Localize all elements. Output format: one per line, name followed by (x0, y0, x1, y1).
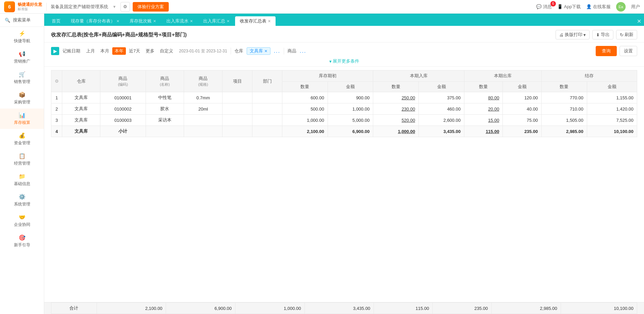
purchase-label: 采购管理 (14, 99, 30, 105)
user-avatar[interactable]: Ea (616, 2, 626, 12)
col-settings-header[interactable]: ⚙ (51, 70, 62, 92)
row1-warehouse: 文具库 (62, 92, 100, 103)
sidebar-item-finance[interactable]: 💰 资金管理 (0, 129, 44, 149)
row3-goods-name: 采访本 (146, 115, 184, 126)
marketing-label: 营销推广 (14, 59, 30, 64)
tab-in-out-summary[interactable]: 出入库汇总 ✕ (198, 16, 234, 26)
settings-gear-btn[interactable]: ⚙ (120, 2, 130, 12)
page-title: 收发存汇总表(按仓库+商品编码+商品+规格型号+项目+部门) (51, 32, 187, 38)
warehouse-tag-remove[interactable]: ✕ (264, 49, 267, 53)
basic-info-label: 基础信息 (14, 181, 30, 187)
subtotal-empty3 (222, 126, 252, 137)
subtotal-balance-amt: 10,100.00 (587, 126, 637, 137)
subtotal-empty4 (252, 126, 282, 137)
tab-recv-send-summary[interactable]: 收发存汇总表 ✕ (235, 16, 276, 26)
quick-nav-icon: ⚡ (19, 30, 26, 37)
row3-balance-amt: 7,525.00 (587, 115, 637, 126)
tab-batch-label: 库存批次账 (130, 18, 152, 24)
tab-bar: 首页 现存量（库存分布表） ✕ 库存批次账 ✕ 出入库流水 ✕ 出入库汇总 ✕ … (44, 14, 644, 26)
goods-more-dots[interactable]: ... (300, 48, 306, 54)
row1-balance-qty: 770.00 (541, 92, 587, 103)
top-bar: 6 畅捷通好生意 标准版 装备及固定资产辅助管理系统 ▾ ⚙ 体验行业方案 💬 … (0, 0, 644, 14)
query-btn[interactable]: 查询 (596, 46, 617, 56)
online-service-btn[interactable]: 👤 在线客服 (586, 4, 611, 10)
tab-close-all[interactable]: ✕ (637, 18, 641, 26)
expand-more-btn[interactable]: ▾ 展开更多条件 (329, 58, 359, 64)
filter-section: ▶ 记账日期 上月 本月 本年 近7天 更多 自定义 2023-01-01 至 … (44, 43, 644, 67)
sidebar-item-sales[interactable]: 🛒 销售管理 (0, 68, 44, 88)
sidebar-item-marketing[interactable]: 📢 营销推广 (0, 47, 44, 68)
tab-home[interactable]: 首页 (47, 16, 65, 26)
sidebar-item-purchase[interactable]: 📦 采购管理 (0, 88, 44, 109)
date-btn-more[interactable]: 更多 (143, 47, 157, 55)
row2-out-qty[interactable]: 20.00 (464, 103, 503, 115)
row1-out-qty[interactable]: 80.00 (464, 92, 503, 103)
date-filter-group: 上月 本月 本年 近7天 更多 自定义 (84, 47, 176, 55)
sidebar-item-operations[interactable]: 📋 经营管理 (0, 149, 44, 170)
col-goods-code-header: 商品(编码) (100, 70, 146, 92)
sidebar-item-basic-info[interactable]: 📁 基础信息 (0, 170, 44, 190)
col-balance-group-header: 结存 (541, 70, 637, 82)
trial-btn[interactable]: 体验行业方案 (133, 2, 169, 12)
sidebar-item-enterprise[interactable]: 🤝 企业协同 (0, 211, 44, 231)
row2-goods-spec: 20ml (184, 103, 222, 115)
message-btn[interactable]: 💬 消息 6 (536, 4, 552, 10)
app-logo: 6 (4, 1, 15, 12)
total-balance-amt: 10,100.00 (561, 303, 637, 314)
row1-in-qty[interactable]: 250.00 (373, 92, 419, 103)
date-btn-last-month[interactable]: 上月 (84, 47, 97, 55)
subtotal-out-amt: 235.00 (503, 126, 542, 137)
tab-in-out-summary-close[interactable]: ✕ (227, 19, 230, 23)
settings-btn[interactable]: 设置 (620, 46, 637, 56)
row3-department (252, 115, 282, 126)
tab-stock-dist[interactable]: 现存量（库存分布表） ✕ (66, 16, 124, 26)
subtotal-in-amt: 3,435.00 (419, 126, 464, 137)
subtotal-row: 4 文具库 小计 2,100.00 6,900.00 1,000.00 3,43… (51, 126, 637, 137)
row3-no: 3 (51, 115, 62, 126)
subtotal-empty2 (184, 126, 222, 137)
app-download-btn[interactable]: 📱 App下载 (557, 4, 581, 10)
col-balance-amt-header: 金额 (587, 82, 637, 92)
sidebar-item-system[interactable]: ⚙️ 系统管理 (0, 190, 44, 211)
col-out-amt-header: 金额 (503, 82, 542, 92)
total-label-cell: 合计 (51, 303, 97, 314)
row2-in-qty[interactable]: 230.00 (373, 103, 419, 115)
tab-in-out-flow[interactable]: 出入库流水 ✕ (162, 16, 198, 26)
sidebar-item-guide[interactable]: 🎯 新手引导 (0, 231, 44, 251)
tab-recv-send-summary-close[interactable]: ✕ (268, 19, 271, 23)
tab-in-out-summary-label: 出入库汇总 (203, 18, 225, 24)
tab-home-label: 首页 (52, 18, 61, 24)
tab-batch[interactable]: 库存批次账 ✕ (125, 16, 161, 26)
system-select-arrow[interactable]: ▾ (111, 3, 118, 10)
sidebar-item-inventory[interactable]: 📊 库存核算 (0, 109, 44, 129)
warehouse-tag[interactable]: 文具库 ✕ (247, 47, 270, 55)
col-opening-amt-header: 金额 (328, 82, 373, 92)
row1-goods-name: 中性笔 (146, 92, 184, 103)
print-btn[interactable]: 🖨 换版打印 ▾ (556, 30, 590, 39)
refresh-btn[interactable]: ↻ 刷新 (616, 30, 637, 39)
tab-in-out-flow-close[interactable]: ✕ (190, 19, 193, 23)
sidebar-item-search[interactable]: 🔍 搜索菜单 (0, 14, 44, 27)
warehouse-more-dots[interactable]: ... (274, 48, 280, 54)
purchase-icon: 📦 (19, 92, 26, 98)
guide-icon: 🎯 (19, 234, 26, 241)
date-btn-this-month[interactable]: 本月 (98, 47, 112, 55)
total-opening-amt: 6,900.00 (166, 303, 235, 314)
tab-batch-close[interactable]: ✕ (153, 19, 156, 23)
date-btn-7days[interactable]: 近7天 (127, 47, 143, 55)
tab-stock-dist-close[interactable]: ✕ (116, 19, 119, 23)
date-btn-custom[interactable]: 自定义 (158, 47, 176, 55)
export-btn[interactable]: ⬇ 导出 (592, 30, 613, 39)
sidebar-item-quick-nav[interactable]: ⚡ 快捷导航 (0, 27, 44, 47)
tab-stock-dist-label: 现存量（库存分布表） (71, 18, 115, 24)
total-balance-qty: 2,985.00 (492, 303, 561, 314)
warehouse-label: 仓库 (234, 48, 243, 54)
sales-label: 销售管理 (14, 79, 30, 85)
date-btn-this-year[interactable]: 本年 (112, 47, 126, 55)
filter-expand-btn[interactable]: ▶ (51, 47, 59, 55)
row3-in-qty[interactable]: 520.00 (373, 115, 419, 126)
subtotal-no: 4 (51, 126, 62, 137)
row3-out-qty[interactable]: 15.00 (464, 115, 503, 126)
print-icon: 🖨 (559, 32, 564, 37)
enterprise-icon: 🤝 (19, 214, 26, 220)
